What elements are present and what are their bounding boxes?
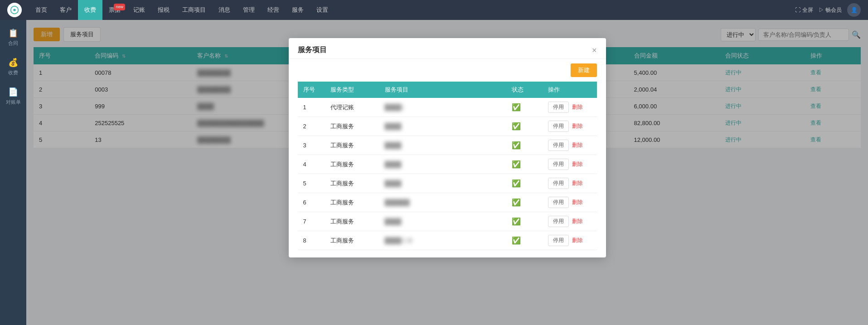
nav-shoufei[interactable]: 收费 bbox=[78, 0, 102, 20]
top-right: ⛶ 全屏 ▷ 畅会员 👤 bbox=[795, 3, 861, 17]
status-check-icon: ✅ bbox=[512, 122, 521, 130]
modal-table-row: 5 工商服务 ████ ✅ 停用 删除 bbox=[298, 174, 597, 193]
nav-xiaoxi[interactable]: 消息 bbox=[212, 0, 237, 20]
modal-cell-type: 工商服务 bbox=[325, 117, 379, 136]
content-area: 新增 服务项目 进行中 已完成 已停止 🔍 序号 合同编码 ⇅ 客户名称 ⇅ 服… bbox=[26, 20, 868, 325]
nav-jizhang[interactable]: 记账 bbox=[127, 0, 151, 20]
modal-cell-item: ████1 bbox=[379, 98, 506, 117]
modal-cell-seq: 2 bbox=[298, 117, 325, 136]
delete-btn[interactable]: 删除 bbox=[572, 103, 583, 111]
delete-btn[interactable]: 删除 bbox=[572, 179, 583, 187]
modal-table-row: 7 工商服务 ████ ✅ 停用 删除 bbox=[298, 212, 597, 231]
nav-fuwu[interactable]: 服务 bbox=[286, 0, 310, 20]
top-nav: 首页 客户 收费 票据 new 记账 报税 工商项目 消息 管理 经营 服务 设… bbox=[0, 0, 868, 20]
delete-btn[interactable]: 删除 bbox=[572, 237, 583, 244]
modal-table-row: 6 工商服务 ██████ ✅ 停用 删除 bbox=[298, 193, 597, 212]
stop-btn[interactable]: 停用 bbox=[548, 197, 569, 208]
service-items-modal: 服务项目 × 新建 序号 服务类型 服务项目 bbox=[289, 38, 606, 257]
sidebar-item-hetong[interactable]: 📋 合同 bbox=[0, 24, 26, 51]
modal-cell-seq: 1 bbox=[298, 98, 325, 117]
modal-cell-type: 工商服务 bbox=[325, 155, 379, 174]
modal-cell-status: ✅ bbox=[506, 193, 543, 212]
modal-table-row: 3 工商服务 ████ ✅ 停用 删除 bbox=[298, 136, 597, 155]
status-check-icon: ✅ bbox=[512, 103, 521, 111]
modal-toolbar: 新建 bbox=[289, 59, 606, 82]
fullscreen-btn[interactable]: ⛶ 全屏 bbox=[795, 6, 813, 14]
status-check-icon: ✅ bbox=[512, 179, 521, 187]
modal-table-row: 8 工商服务 ████注册 ✅ 停用 删除 bbox=[298, 231, 597, 250]
modal-cell-seq: 8 bbox=[298, 231, 325, 250]
modal-cell-type: 工商服务 bbox=[325, 193, 379, 212]
modal-cell-status: ✅ bbox=[506, 136, 543, 155]
app-logo[interactable] bbox=[7, 3, 22, 17]
modal-body: 序号 服务类型 服务项目 状态 操作 1 代理记账 ████1 ✅ bbox=[289, 82, 606, 257]
modal-cell-action: 停用 删除 bbox=[543, 136, 597, 155]
sidebar-label-duizhangdan: 对账单 bbox=[6, 99, 21, 106]
modal-cell-action: 停用 删除 bbox=[543, 231, 597, 250]
modal-col-type: 服务类型 bbox=[325, 82, 379, 98]
modal-service-table: 序号 服务类型 服务项目 状态 操作 1 代理记账 ████1 ✅ bbox=[298, 82, 597, 250]
modal-header: 服务项目 × bbox=[289, 38, 606, 59]
modal-cell-item: ████ bbox=[379, 136, 506, 155]
bill-icon: 📄 bbox=[8, 87, 18, 97]
modal-cell-seq: 4 bbox=[298, 155, 325, 174]
modal-cell-action: 停用 删除 bbox=[543, 212, 597, 231]
modal-table-header: 序号 服务类型 服务项目 状态 操作 bbox=[298, 82, 597, 98]
sidebar-item-duizhangdan[interactable]: 📄 对账单 bbox=[0, 82, 26, 110]
modal-cell-type: 工商服务 bbox=[325, 231, 379, 250]
nav-shezhi[interactable]: 设置 bbox=[310, 0, 335, 20]
modal-cell-type: 工商服务 bbox=[325, 136, 379, 155]
modal-title: 服务项目 bbox=[298, 45, 327, 55]
modal-cell-type: 代理记账 bbox=[325, 98, 379, 117]
stop-btn[interactable]: 停用 bbox=[548, 140, 569, 151]
modal-cell-type: 工商服务 bbox=[325, 212, 379, 231]
delete-btn[interactable]: 删除 bbox=[572, 141, 583, 149]
modal-cell-status: ✅ bbox=[506, 98, 543, 117]
modal-cell-item: ██████ bbox=[379, 193, 506, 212]
nav-gongshang[interactable]: 工商项目 bbox=[176, 0, 212, 20]
stop-btn[interactable]: 停用 bbox=[548, 102, 569, 113]
sidebar-label-hetong: 合同 bbox=[8, 40, 18, 47]
modal-overlay: 服务项目 × 新建 序号 服务类型 服务项目 bbox=[26, 20, 868, 325]
modal-table-row: 1 代理记账 ████1 ✅ 停用 删除 bbox=[298, 98, 597, 117]
status-check-icon: ✅ bbox=[512, 160, 521, 168]
modal-cell-status: ✅ bbox=[506, 212, 543, 231]
modal-scroll-area[interactable]: 序号 服务类型 服务项目 状态 操作 1 代理记账 ████1 ✅ bbox=[298, 82, 597, 250]
stop-btn[interactable]: 停用 bbox=[548, 235, 569, 246]
modal-cell-seq: 7 bbox=[298, 212, 325, 231]
user-avatar[interactable]: 👤 bbox=[847, 3, 861, 17]
stop-btn[interactable]: 停用 bbox=[548, 121, 569, 132]
modal-table-row: 4 工商服务 ████ ✅ 停用 删除 bbox=[298, 155, 597, 174]
modal-close-btn[interactable]: × bbox=[592, 46, 597, 54]
nav-customer[interactable]: 客户 bbox=[53, 0, 78, 20]
modal-col-item: 服务项目 bbox=[379, 82, 506, 98]
modal-cell-action: 停用 删除 bbox=[543, 117, 597, 136]
stop-btn[interactable]: 停用 bbox=[548, 216, 569, 227]
nav-piaoju[interactable]: 票据 new bbox=[102, 0, 127, 20]
member-btn[interactable]: ▷ 畅会员 bbox=[819, 6, 842, 14]
status-check-icon: ✅ bbox=[512, 199, 521, 206]
modal-cell-type: 工商服务 bbox=[325, 174, 379, 193]
nav-jingying[interactable]: 经营 bbox=[261, 0, 286, 20]
nav-home[interactable]: 首页 bbox=[29, 0, 53, 20]
modal-cell-item: ████ bbox=[379, 155, 506, 174]
sidebar-label-shoufei: 收费 bbox=[8, 69, 18, 76]
fee-icon: 💰 bbox=[8, 58, 18, 68]
modal-col-seq: 序号 bbox=[298, 82, 325, 98]
modal-cell-action: 停用 删除 bbox=[543, 193, 597, 212]
stop-btn[interactable]: 停用 bbox=[548, 178, 569, 189]
delete-btn[interactable]: 删除 bbox=[572, 218, 583, 225]
modal-new-btn[interactable]: 新建 bbox=[571, 63, 597, 77]
sidebar-item-shoufei[interactable]: 💰 收费 bbox=[0, 53, 26, 81]
delete-btn[interactable]: 删除 bbox=[572, 122, 583, 130]
modal-cell-item: ████ bbox=[379, 212, 506, 231]
status-check-icon: ✅ bbox=[512, 218, 521, 225]
stop-btn[interactable]: 停用 bbox=[548, 159, 569, 170]
modal-col-status: 状态 bbox=[506, 82, 543, 98]
nav-guanli[interactable]: 管理 bbox=[237, 0, 261, 20]
nav-baoshui[interactable]: 报税 bbox=[151, 0, 176, 20]
modal-cell-status: ✅ bbox=[506, 117, 543, 136]
modal-cell-status: ✅ bbox=[506, 174, 543, 193]
delete-btn[interactable]: 删除 bbox=[572, 199, 583, 206]
delete-btn[interactable]: 删除 bbox=[572, 160, 583, 168]
